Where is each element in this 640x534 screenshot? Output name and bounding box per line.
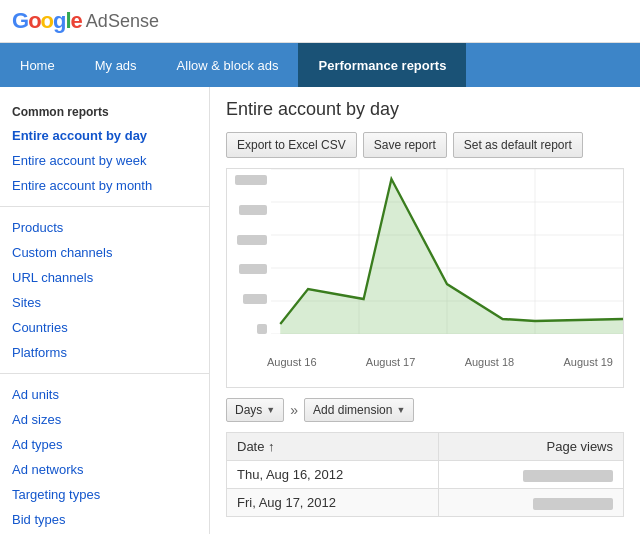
table-header-row: Date ↑ Page views [227,433,624,461]
sidebar-item-entire-account-by-month[interactable]: Entire account by month [0,173,209,198]
add-dimension-dropdown-icon: ▼ [396,405,405,415]
sidebar: Common reports Entire account by day Ent… [0,87,210,534]
y-label-0 [257,324,267,334]
sidebar-item-ad-networks[interactable]: Ad networks [0,457,209,482]
export-csv-button[interactable]: Export to Excel CSV [226,132,357,158]
table-row: Thu, Aug 16, 2012 [227,461,624,489]
date-cell-0: Thu, Aug 16, 2012 [227,461,439,489]
y-label-2 [239,264,267,274]
date-cell-1: Fri, Aug 17, 2012 [227,489,439,517]
sidebar-divider-1 [0,206,209,207]
navigate-right-icon[interactable]: » [290,402,298,418]
col-date-label: Date [237,439,264,454]
sidebar-item-ad-sizes[interactable]: Ad sizes [0,407,209,432]
y-label-3 [237,235,267,245]
sidebar-item-custom-channels[interactable]: Custom channels [0,240,209,265]
sidebar-section-common: Common reports [0,99,209,123]
sidebar-item-targeting-types[interactable]: Targeting types [0,482,209,507]
col-page-views[interactable]: Page views [439,433,624,461]
nav-item-allow-block-ads[interactable]: Allow & block ads [157,43,299,87]
y-label-5 [235,175,267,185]
save-report-button[interactable]: Save report [363,132,447,158]
x-label-aug19: August 19 [563,356,613,368]
page-layout: Common reports Entire account by day Ent… [0,87,640,534]
sidebar-item-entire-account-by-day[interactable]: Entire account by day [0,123,209,148]
report-toolbar: Export to Excel CSV Save report Set as d… [226,132,624,158]
header: Google AdSense [0,0,640,43]
data-table: Date ↑ Page views Thu, Aug 16, 2012 F [226,432,624,517]
chart-container: August 16 August 17 August 18 August 19 [226,168,624,388]
x-label-aug18: August 18 [465,356,515,368]
sidebar-item-countries[interactable]: Countries [0,315,209,340]
days-dropdown-icon: ▼ [266,405,275,415]
blurred-value-1 [533,498,613,510]
main-nav: Home My ads Allow & block ads Performanc… [0,43,640,87]
add-dimension-label: Add dimension [313,403,392,417]
y-label-1 [243,294,267,304]
sidebar-item-url-channels[interactable]: URL channels [0,265,209,290]
logo: Google AdSense [12,8,159,34]
sidebar-item-ad-types[interactable]: Ad types [0,432,209,457]
sidebar-item-sites[interactable]: Sites [0,290,209,315]
nav-item-my-ads[interactable]: My ads [75,43,157,87]
main-content: Entire account by day Export to Excel CS… [210,87,640,534]
nav-item-performance-reports[interactable]: Performance reports [298,43,466,87]
x-label-aug17: August 17 [366,356,416,368]
pageviews-cell-0 [439,461,624,489]
add-dimension-selector[interactable]: Add dimension ▼ [304,398,414,422]
y-label-4 [239,205,267,215]
sidebar-item-bid-types[interactable]: Bid types [0,507,209,532]
pageviews-cell-1 [439,489,624,517]
sort-asc-icon: ↑ [268,439,275,454]
dimension-bar: Days ▼ » Add dimension ▼ [226,398,624,422]
days-selector[interactable]: Days ▼ [226,398,284,422]
google-logo: Google [12,8,82,34]
page-title: Entire account by day [226,99,624,120]
x-label-aug16: August 16 [267,356,317,368]
col-date[interactable]: Date ↑ [227,433,439,461]
days-label: Days [235,403,262,417]
chart-x-labels: August 16 August 17 August 18 August 19 [227,354,623,372]
table-row: Fri, Aug 17, 2012 [227,489,624,517]
adsense-logo-text: AdSense [86,11,159,32]
col-page-views-label: Page views [547,439,613,454]
chart-svg [271,169,623,334]
blurred-value-0 [523,470,613,482]
sidebar-divider-2 [0,373,209,374]
sidebar-item-ad-units[interactable]: Ad units [0,382,209,407]
nav-item-home[interactable]: Home [0,43,75,87]
sidebar-item-platforms[interactable]: Platforms [0,340,209,365]
set-default-report-button[interactable]: Set as default report [453,132,583,158]
sidebar-item-products[interactable]: Products [0,215,209,240]
sidebar-item-entire-account-by-week[interactable]: Entire account by week [0,148,209,173]
